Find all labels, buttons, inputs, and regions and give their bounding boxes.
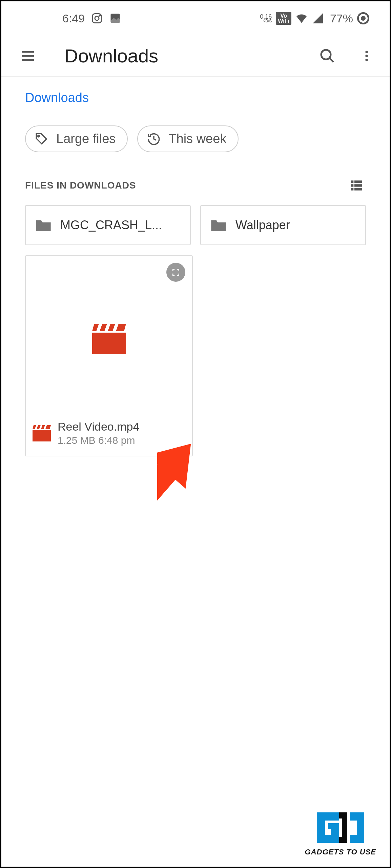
svg-point-9 xyxy=(365,51,368,53)
chip-label: This week xyxy=(168,132,226,146)
folder-label: Wallpaper xyxy=(235,218,290,232)
svg-point-11 xyxy=(365,59,368,61)
status-bar: 6:49 0.16 KB/S VoWiFi 77% xyxy=(1,1,390,35)
folder-item[interactable]: Wallpaper xyxy=(200,205,366,245)
chip-label: Large files xyxy=(56,132,116,146)
watermark: GADGETS TO USE xyxy=(305,809,376,856)
svg-point-1 xyxy=(95,16,99,20)
breadcrumb[interactable]: Downloads xyxy=(25,91,366,105)
folder-icon xyxy=(210,218,227,232)
wifi-icon xyxy=(295,12,308,24)
svg-rect-17 xyxy=(92,333,126,354)
data-speed: 0.16 KB/S xyxy=(260,14,272,23)
svg-rect-14 xyxy=(351,184,362,186)
video-icon xyxy=(92,324,126,354)
svg-line-8 xyxy=(329,58,333,62)
svg-point-12 xyxy=(38,135,40,137)
vowifi-badge: VoWiFi xyxy=(276,12,291,25)
filter-chips: Large files This week xyxy=(25,125,366,152)
svg-point-10 xyxy=(365,55,368,57)
menu-button[interactable] xyxy=(18,46,37,65)
svg-point-2 xyxy=(99,15,100,16)
status-time: 6:49 xyxy=(62,12,85,25)
file-preview xyxy=(26,256,192,412)
search-button[interactable] xyxy=(318,46,337,65)
file-name: Reel Video.mp4 xyxy=(58,420,139,433)
chip-large-files[interactable]: Large files xyxy=(25,125,128,152)
more-options-button[interactable] xyxy=(357,46,376,65)
watermark-text: GADGETS TO USE xyxy=(305,848,376,856)
svg-rect-18 xyxy=(33,430,51,442)
page-title: Downloads xyxy=(64,45,304,67)
folder-item[interactable]: MGC_CRASH_L... xyxy=(25,205,191,245)
watermark-logo xyxy=(313,809,368,846)
chip-this-week[interactable]: This week xyxy=(137,125,239,152)
history-icon xyxy=(147,132,161,146)
battery-circle-icon xyxy=(357,12,369,24)
expand-button[interactable] xyxy=(166,263,185,282)
video-icon xyxy=(33,425,51,441)
annotation-arrow xyxy=(157,439,316,574)
signal-icon xyxy=(312,12,324,24)
file-item[interactable]: Reel Video.mp4 1.25 MB 6:48 pm xyxy=(25,255,193,456)
battery-percentage: 77% xyxy=(330,12,353,25)
tag-icon xyxy=(35,132,49,146)
app-bar: Downloads xyxy=(1,35,390,77)
svg-rect-13 xyxy=(351,180,362,183)
file-meta: 1.25 MB 6:48 pm xyxy=(58,435,139,446)
folder-label: MGC_CRASH_L... xyxy=(60,218,162,232)
svg-point-7 xyxy=(321,50,331,59)
camera-icon xyxy=(91,12,103,24)
section-title: FILES IN DOWNLOADS xyxy=(25,180,136,191)
svg-rect-15 xyxy=(351,188,362,190)
view-toggle-button[interactable] xyxy=(347,176,366,195)
folder-icon xyxy=(35,218,52,232)
gallery-icon xyxy=(109,12,121,24)
